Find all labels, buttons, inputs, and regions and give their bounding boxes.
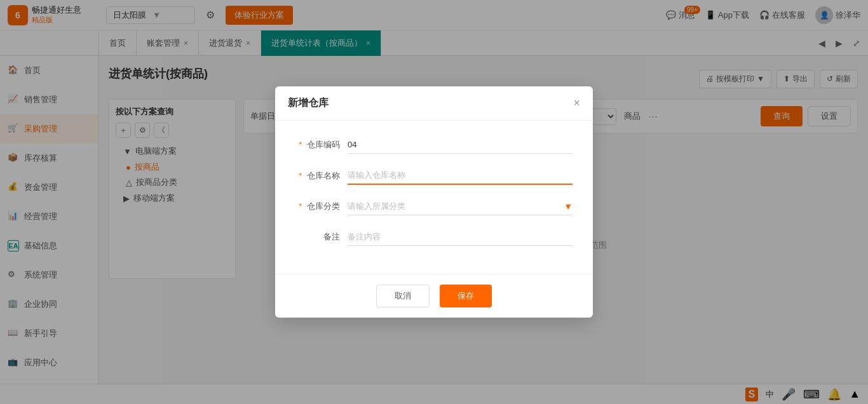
required-code: * xyxy=(299,140,302,149)
form-label-code: * 仓库编码 xyxy=(295,139,340,151)
warehouse-code-input[interactable] xyxy=(348,136,573,154)
modal-body: * 仓库编码 * 仓库名称 * 仓库分类 ▼ xyxy=(275,121,593,274)
form-label-name: * 仓库名称 xyxy=(295,170,340,182)
modal-close-icon[interactable]: × xyxy=(573,97,580,110)
category-dropdown-icon[interactable]: ▼ xyxy=(564,201,573,212)
form-row-note: 备注 xyxy=(295,228,573,246)
form-row-code: * 仓库编码 xyxy=(295,136,573,154)
form-label-category: * 仓库分类 xyxy=(295,201,340,212)
form-label-note: 备注 xyxy=(295,231,340,243)
modal-footer: 取消 保存 xyxy=(275,274,593,318)
warehouse-name-input[interactable] xyxy=(348,166,573,185)
required-category: * xyxy=(299,201,302,211)
modal-title: 新增仓库 xyxy=(288,97,329,110)
form-row-category: * 仓库分类 ▼ xyxy=(295,198,573,215)
save-button[interactable]: 保存 xyxy=(440,285,492,307)
cancel-button[interactable]: 取消 xyxy=(376,285,430,307)
warehouse-note-input[interactable] xyxy=(348,228,573,246)
category-select-wrapper: ▼ xyxy=(348,198,573,215)
required-name: * xyxy=(299,171,302,180)
warehouse-category-input[interactable] xyxy=(348,198,564,215)
modal-header: 新增仓库 × xyxy=(275,86,593,121)
form-row-name: * 仓库名称 xyxy=(295,166,573,185)
new-warehouse-modal: 新增仓库 × * 仓库编码 * 仓库名称 * 仓库分类 xyxy=(275,86,593,318)
